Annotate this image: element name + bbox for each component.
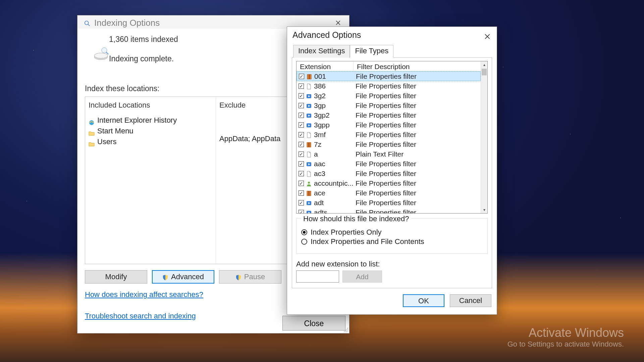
- extension-text: aac: [314, 160, 354, 168]
- file-type-icon: [306, 190, 312, 196]
- file-type-icon: [306, 171, 312, 177]
- file-type-icon: [306, 83, 312, 89]
- location-row[interactable]: Internet Explorer History: [89, 115, 212, 126]
- filter-description-text: File Properties filter: [356, 140, 481, 148]
- extension-text: accountpic...: [314, 179, 354, 187]
- file-type-row[interactable]: ✓adtFile Properties filter: [297, 198, 481, 207]
- file-type-icon: [306, 151, 312, 157]
- tab-file-types[interactable]: File Types: [350, 45, 393, 58]
- drive-icon: [93, 47, 109, 60]
- checkbox-icon[interactable]: ✓: [299, 181, 304, 186]
- file-type-row[interactable]: ✓7zFile Properties filter: [297, 139, 481, 149]
- checkbox-icon[interactable]: ✓: [299, 74, 304, 79]
- file-type-icon: [306, 93, 312, 99]
- filter-description-text: File Properties filter: [356, 131, 481, 139]
- extension-text: 3gp2: [314, 111, 354, 119]
- extension-header[interactable]: Extension: [297, 61, 354, 71]
- location-row[interactable]: Users: [89, 136, 212, 147]
- file-type-row[interactable]: ✓accountpic...File Properties filter: [297, 178, 481, 188]
- file-type-row[interactable]: ✓3gp2File Properties filter: [297, 110, 481, 120]
- filter-description-text: File Properties filter: [356, 160, 481, 168]
- file-type-row[interactable]: ✓3g2File Properties filter: [297, 91, 481, 101]
- filter-description-text: Plain Text Filter: [356, 150, 481, 158]
- extension-text: a: [314, 150, 354, 158]
- ok-button[interactable]: OK: [403, 294, 444, 307]
- location-row[interactable]: Start Menu: [89, 126, 212, 136]
- file-type-icon: [306, 180, 312, 186]
- file-type-row[interactable]: ✓aPlain Text Filter: [297, 149, 481, 159]
- advanced-titlebar[interactable]: Advanced Options: [287, 27, 497, 43]
- radio-icon: [301, 239, 307, 245]
- file-type-row[interactable]: ✓3mfFile Properties filter: [297, 130, 481, 139]
- cancel-button[interactable]: Cancel: [450, 294, 491, 307]
- checkbox-icon[interactable]: ✓: [299, 161, 304, 167]
- tab-label: File Types: [355, 47, 388, 55]
- checkbox-icon[interactable]: ✓: [299, 171, 304, 176]
- indexing-status-text: Indexing complete.: [109, 52, 178, 66]
- extension-text: 7z: [314, 140, 354, 148]
- radio-properties-and-contents[interactable]: Index Properties and File Contents: [301, 237, 483, 246]
- checkbox-icon[interactable]: ✓: [299, 103, 304, 108]
- scrollbar[interactable]: ▴ ▾: [481, 61, 487, 213]
- checkbox-icon[interactable]: ✓: [299, 142, 304, 147]
- location-name: Internet Explorer History: [97, 115, 177, 126]
- filter-description-header[interactable]: Filter Description: [354, 61, 487, 71]
- checkbox-icon[interactable]: ✓: [299, 200, 304, 205]
- add-extension-input[interactable]: [296, 270, 339, 283]
- radio-label: Index Properties Only: [311, 228, 382, 237]
- close-icon[interactable]: [485, 32, 492, 39]
- indexing-options-icon: [84, 19, 91, 26]
- extension-text: adt: [314, 199, 354, 207]
- checkbox-icon[interactable]: ✓: [299, 122, 304, 128]
- watermark-subtitle: Go to Settings to activate Windows.: [507, 340, 624, 349]
- modify-button[interactable]: Modify: [85, 270, 147, 284]
- close-button[interactable]: Close: [282, 316, 345, 330]
- file-type-row[interactable]: ✓001File Properties filter: [297, 71, 481, 81]
- file-types-list[interactable]: Extension Filter Description ✓001File Pr…: [296, 61, 488, 214]
- location-name: Users: [97, 136, 116, 147]
- included-locations-header[interactable]: Included Locations: [89, 101, 212, 110]
- file-type-row[interactable]: ✓adtsFile Properties filter: [297, 207, 481, 213]
- filter-description-text: File Properties filter: [356, 102, 481, 110]
- file-type-row[interactable]: ✓3gppFile Properties filter: [297, 120, 481, 130]
- indexing-title: Indexing Options: [94, 18, 160, 28]
- internet-explorer-icon: [89, 118, 95, 123]
- advanced-button[interactable]: Advanced: [152, 270, 214, 284]
- extension-text: 3gpp: [314, 121, 354, 129]
- group-legend: How should this file be indexed?: [301, 215, 411, 223]
- shield-icon: [235, 274, 241, 280]
- filter-description-text: File Properties filter: [356, 92, 481, 100]
- checkbox-icon[interactable]: ✓: [299, 83, 304, 89]
- file-type-icon: [306, 112, 312, 118]
- svg-rect-12: [309, 74, 310, 79]
- file-type-row[interactable]: ✓aacFile Properties filter: [297, 159, 481, 169]
- pause-button[interactable]: Pause: [219, 270, 281, 284]
- file-type-icon: [306, 132, 312, 138]
- file-type-row[interactable]: ✓3gpFile Properties filter: [297, 101, 481, 110]
- checkbox-icon[interactable]: ✓: [299, 132, 304, 137]
- filter-description-text: File Properties filter: [356, 72, 480, 80]
- shield-icon: [162, 274, 168, 280]
- checkbox-icon[interactable]: ✓: [299, 93, 304, 99]
- tab-index-settings[interactable]: Index Settings: [293, 45, 350, 58]
- advanced-label: Advanced: [171, 273, 204, 281]
- scroll-thumb[interactable]: [482, 69, 487, 75]
- checkbox-icon[interactable]: ✓: [299, 152, 304, 157]
- file-types-pane: Extension Filter Description ✓001File Pr…: [292, 57, 492, 288]
- radio-properties-only[interactable]: Index Properties Only: [301, 228, 483, 237]
- scroll-up-icon[interactable]: ▴: [481, 61, 487, 68]
- folder-icon: [89, 139, 95, 144]
- close-icon[interactable]: [330, 19, 346, 27]
- file-type-row[interactable]: ✓ac3File Properties filter: [297, 169, 481, 178]
- checkbox-icon[interactable]: ✓: [299, 210, 304, 214]
- checkbox-icon[interactable]: ✓: [299, 113, 304, 118]
- scroll-down-icon[interactable]: ▾: [481, 206, 487, 213]
- checkbox-icon[interactable]: ✓: [299, 190, 304, 196]
- watermark-title: Activate Windows: [507, 326, 624, 340]
- add-extension-button[interactable]: Add: [342, 270, 382, 283]
- file-type-row[interactable]: ✓aceFile Properties filter: [297, 188, 481, 198]
- svg-rect-27: [309, 191, 309, 196]
- file-type-row[interactable]: ✓386File Properties filter: [297, 81, 481, 91]
- extension-text: 3mf: [314, 131, 354, 139]
- extension-text: ace: [314, 189, 354, 197]
